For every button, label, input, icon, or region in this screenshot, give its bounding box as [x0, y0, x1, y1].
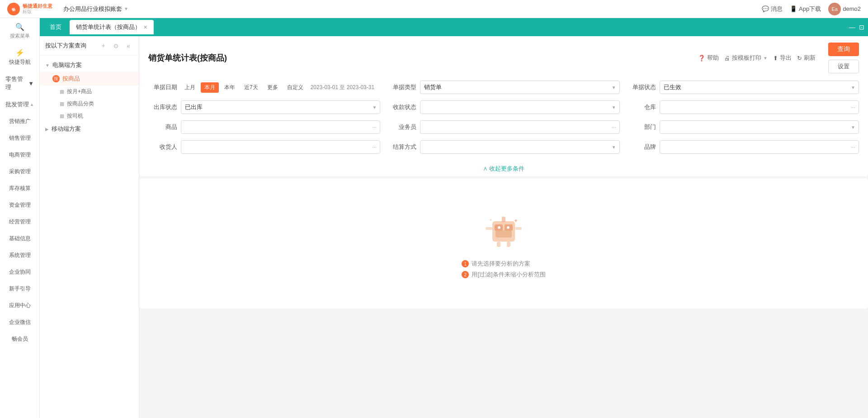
date-tab-more[interactable]: 更多 [264, 82, 282, 93]
tab-report[interactable]: 销货单统计表（按商品） ✕ [70, 20, 154, 34]
sidebar-item-base[interactable]: 基础信息 [0, 230, 39, 247]
warehouse-input[interactable] [660, 100, 859, 114]
tree-item-by-goods[interactable]: 按 按商品 [40, 72, 139, 86]
date-tab-custom[interactable]: 自定义 [283, 82, 307, 93]
recv-status-control: ▼ [420, 100, 619, 114]
date-tab-7days[interactable]: 近7天 [241, 82, 262, 93]
tab-home[interactable]: 首页 [43, 20, 68, 34]
sidebar-item-retail[interactable]: 零售管理 [0, 71, 39, 96]
refresh-icon: ↻ [797, 55, 802, 62]
filter-doc-type: 单据类型 ▼ [387, 81, 619, 94]
payment-control: ▼ [420, 140, 619, 154]
svg-text:✦: ✦ [514, 218, 518, 224]
goods-dots-icon[interactable]: ··· [372, 124, 377, 130]
doc-type-input[interactable] [420, 81, 619, 94]
left-panel-actions: ＋ ⊙ « [98, 41, 133, 51]
date-tab-this-year[interactable]: 本年 [221, 82, 239, 93]
tab-bar: 首页 销货单统计表（按商品） ✕ — ⊡ [40, 18, 868, 36]
refresh-btn[interactable]: ↻ 刷新 [797, 54, 816, 62]
help-btn[interactable]: ❓ 帮助 [698, 54, 719, 62]
page-actions: ❓ 帮助 🖨 按模板打印 ▼ ⬆ 导出 [698, 54, 816, 62]
download-icon: 📱 [790, 5, 797, 12]
sidebar-item-finance[interactable]: 资金管理 [0, 197, 39, 214]
date-tab-this-month[interactable]: 本月 [201, 82, 219, 93]
logo-text: 畅捷通好生意 标版 [23, 3, 52, 14]
tab-close-icon[interactable]: ✕ [143, 24, 147, 30]
active-scheme-icon: 按 [52, 75, 60, 82]
goods-input[interactable] [181, 120, 380, 134]
brand-input[interactable] [660, 140, 859, 154]
sidebar-item-app-center[interactable]: 应用中心 [0, 297, 39, 314]
sidebar-item-sales[interactable]: 销售管理 [0, 130, 39, 147]
export-icon: ⬆ [773, 55, 778, 62]
dept-control: ▼ [660, 120, 859, 134]
sidebar-quick-nav[interactable]: ⚡ 快捷导航 [0, 44, 39, 71]
tree-sub-month-goods[interactable]: ▦ 按月+商品 [40, 86, 139, 98]
sidebar-search[interactable]: 🔍 搜索菜单 [0, 18, 39, 44]
sidebar-item-guide[interactable]: 新手引导 [0, 280, 39, 297]
filter-goods: 商品 ··· [148, 120, 380, 134]
staff-dots-icon[interactable]: ··· [612, 124, 616, 130]
empty-state: ✦ ✦ 1 请先选择要分析的方案 2 用[过滤]条件来缩小分析范围 [139, 178, 868, 309]
filter-row-2: 出库状态 ▼ 收款状态 ▼ [148, 100, 859, 114]
tree-sub-driver[interactable]: ▦ 按司机 [40, 110, 139, 122]
message-btn[interactable]: 💬 消息 [762, 5, 783, 13]
filter-row-4: 收货人 ··· 结算方式 ▼ [148, 140, 859, 154]
receiver-control: ··· [181, 140, 380, 154]
main-layout: 🔍 搜索菜单 ⚡ 快捷导航 零售管理 批发管理 营销推广 销售管理 电商管理 采… [0, 18, 868, 418]
out-status-control: ▼ [181, 100, 380, 114]
settings-button[interactable]: 设置 [828, 60, 859, 73]
tree-group-pc[interactable]: ▼ 电脑端方案 [40, 58, 139, 72]
date-tab-last-month[interactable]: 上月 [181, 82, 199, 93]
sub-icon-1: ▦ [60, 89, 64, 95]
query-button[interactable]: 查询 [828, 43, 859, 56]
filter-row-3: 商品 ··· 业务员 ··· [148, 120, 859, 134]
filter-dept: 部门 ▼ [627, 120, 859, 134]
maximize-icon[interactable]: ⊡ [859, 24, 864, 31]
collapse-panel-btn[interactable]: « [123, 41, 133, 51]
app-selector[interactable]: 办公用品行业模拟账套 ▼ [63, 5, 128, 13]
user-menu[interactable]: Ea demo2 [828, 3, 861, 15]
sidebar-item-marketing[interactable]: 营销推广 [0, 113, 39, 130]
dept-input[interactable] [660, 120, 859, 134]
doc-type-control: ▼ [420, 81, 619, 94]
tree-sub-category[interactable]: ▦ 按商品分类 [40, 98, 139, 110]
avatar: Ea [828, 3, 841, 15]
help-icon: ❓ [698, 55, 705, 62]
sidebar-item-inventory[interactable]: 库存核算 [0, 180, 39, 197]
collapse-bar[interactable]: ∧ 收起更多条件 [139, 161, 868, 176]
edit-scheme-btn[interactable]: ⊙ [111, 41, 121, 51]
sidebar-item-ecommerce[interactable]: 电商管理 [0, 147, 39, 163]
svg-text:畅: 畅 [12, 8, 15, 12]
tree-group-mobile[interactable]: ▶ 移动端方案 [40, 122, 139, 136]
minimize-icon[interactable]: — [849, 24, 855, 31]
add-scheme-btn[interactable]: ＋ [98, 41, 108, 51]
sidebar-item-management[interactable]: 经营管理 [0, 214, 39, 230]
content-area: 首页 销货单统计表（按商品） ✕ — ⊡ 按以下方案查询 ＋ ⊙ « [40, 18, 868, 418]
sidebar-item-wechat[interactable]: 企业微信 [0, 314, 39, 331]
receiver-input[interactable] [181, 140, 380, 154]
page-wrapper: 按以下方案查询 ＋ ⊙ « ▼ 电脑端方案 按 按商品 [40, 36, 868, 418]
brand-dots-icon[interactable]: ··· [851, 144, 855, 150]
doc-status-input[interactable] [660, 81, 859, 94]
sidebar-item-purchase[interactable]: 采购管理 [0, 163, 39, 180]
export-btn[interactable]: ⬆ 导出 [773, 54, 792, 62]
svg-point-6 [498, 226, 500, 229]
receiver-dots-icon[interactable]: ··· [372, 144, 377, 150]
out-status-input[interactable] [181, 100, 380, 114]
app-download-btn[interactable]: 📱 App下载 [790, 5, 821, 13]
recv-status-input[interactable] [420, 100, 619, 114]
print-btn[interactable]: 🖨 按模板打印 ▼ [724, 54, 768, 62]
empty-illustration: ✦ ✦ [481, 205, 526, 251]
sidebar-item-wholesale[interactable]: 批发管理 [0, 96, 39, 113]
staff-input[interactable] [420, 120, 619, 134]
warehouse-dots-icon[interactable]: ··· [851, 104, 855, 110]
header-right: 💬 消息 📱 App下载 Ea demo2 [762, 3, 861, 15]
sidebar-item-member[interactable]: 畅会员 [0, 331, 39, 347]
page-title: 销货单统计表(按商品) [148, 52, 227, 63]
sidebar-item-enterprise[interactable]: 企业协同 [0, 264, 39, 280]
filter-date: 单据日期 上月 本月 本年 近7天 更多 自定义 20 [148, 81, 380, 94]
left-panel: 按以下方案查询 ＋ ⊙ « ▼ 电脑端方案 按 按商品 [40, 36, 139, 418]
sidebar-item-system[interactable]: 系统管理 [0, 247, 39, 264]
payment-input[interactable] [420, 140, 619, 154]
